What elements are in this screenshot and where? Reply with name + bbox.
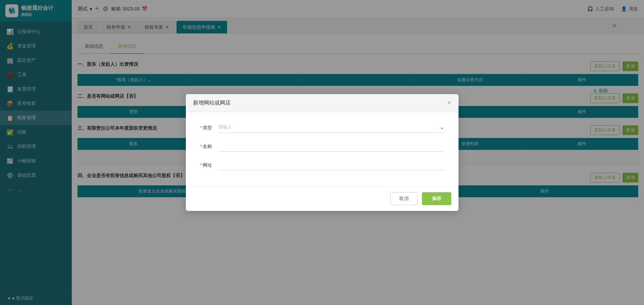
required-marker: * — [200, 162, 202, 168]
required-marker: * — [200, 144, 202, 149]
field-input-wrap-url — [218, 160, 444, 170]
modal-title: 新增网站或网店 — [193, 100, 231, 106]
field-input-name[interactable] — [218, 142, 444, 150]
modal-field-url: *网址 — [200, 160, 444, 170]
modal-footer: 取消 保存 — [186, 186, 459, 211]
modal-overlay: 新增网站或网店 × *类型⌄*名称*网址 取消 保存 — [0, 0, 644, 305]
field-input-type[interactable] — [218, 123, 439, 131]
modal-dialog: 新增网站或网店 × *类型⌄*名称*网址 取消 保存 — [186, 94, 459, 211]
field-input-wrap-type: ⌄ — [218, 123, 444, 133]
field-label-url: *网址 — [200, 162, 218, 168]
field-label-name: *名称 — [200, 143, 218, 150]
modal-body: *类型⌄*名称*网址 — [186, 112, 459, 186]
modal-field-type: *类型⌄ — [200, 123, 444, 133]
modal-field-name: *名称 — [200, 142, 444, 152]
field-dropdown-type[interactable]: ⌄ — [439, 124, 444, 130]
save-button[interactable]: 保存 — [422, 192, 451, 205]
cancel-button[interactable]: 取消 — [390, 192, 418, 205]
modal-header: 新增网站或网店 × — [186, 94, 459, 112]
field-label-type: *类型 — [200, 125, 218, 131]
field-input-url[interactable] — [218, 160, 444, 168]
field-input-wrap-name — [218, 142, 444, 152]
modal-close-button[interactable]: × — [447, 99, 451, 107]
required-marker: * — [200, 125, 202, 130]
